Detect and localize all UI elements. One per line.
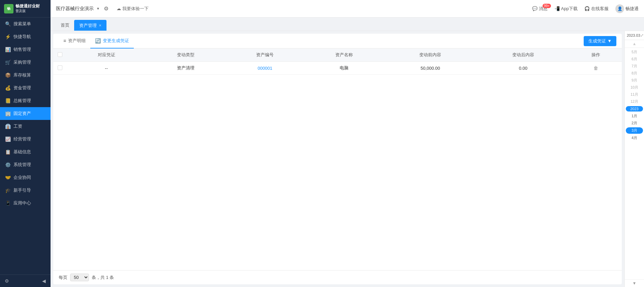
select-all-checkbox[interactable] — [58, 52, 62, 57]
tl-month-6[interactable]: 6月 — [632, 56, 637, 63]
sidebar-item-ledger[interactable]: 📒 总账管理 — [0, 94, 51, 107]
logo-icon: 畅 — [4, 4, 13, 13]
sidebar-item-basic-info[interactable]: 📋 基础信息 — [0, 146, 51, 158]
row-checkbox-cell — [53, 62, 67, 75]
sidebar-item-label: 基础信息 — [13, 149, 31, 155]
inner-tab-asset-detail[interactable]: ≡ 资产明细 — [59, 34, 90, 49]
customer-service-label: 在线客服 — [591, 6, 609, 12]
cell-action: 🗑 — [570, 62, 622, 75]
info-icon: 📋 — [5, 149, 11, 155]
header-checkbox-cell — [53, 49, 67, 62]
scroll-up-icon: ▲ — [633, 41, 637, 46]
company-name: 医疗器械行业演示 — [56, 6, 94, 12]
experience-btn[interactable]: ☁ 我要体验一下 — [117, 6, 149, 12]
sidebar-item-search[interactable]: 🔍 搜索菜单 — [0, 18, 51, 30]
sidebar-item-label: 库存核算 — [13, 72, 31, 78]
sidebar-item-inventory[interactable]: 📦 库存核算 — [0, 69, 51, 82]
table-row: -- 资产清理 000001 电脑 50,000.00 0.00 🗑 — [53, 62, 622, 75]
tl-month-2[interactable]: 2月 — [632, 120, 637, 127]
inner-tabbar: ≡ 资产明细 🔄 变更生成凭证 生成凭证 ▼ — [53, 34, 622, 49]
tab-asset-label: 资产管理 — [79, 23, 97, 29]
tab-asset-management[interactable]: 资产管理 ✕ — [74, 20, 106, 31]
scroll-up-btn[interactable]: ▲ — [625, 40, 644, 48]
customer-service-btn[interactable]: 🎧 在线客服 — [584, 6, 609, 12]
box-icon: 📦 — [5, 72, 11, 78]
company-dropdown-icon[interactable]: ▼ — [96, 7, 100, 10]
dropdown-arrow-icon: ▼ — [607, 38, 612, 43]
app-download-label: App下载 — [561, 6, 578, 12]
tl-month-3-active[interactable]: 3月 — [626, 127, 643, 134]
sidebar-item-payroll[interactable]: 👔 工资 — [0, 120, 51, 133]
sidebar-item-label: 搜索菜单 — [13, 21, 31, 27]
tl-month-5[interactable]: 5月 — [632, 49, 637, 56]
asset-id-link[interactable]: 000001 — [258, 66, 272, 71]
change-icon: 🔄 — [95, 38, 101, 43]
app-download-icon: 📲 — [554, 6, 560, 11]
sidebar-item-operations[interactable]: 📈 经营管理 — [0, 133, 51, 146]
cell-before: 50,000.00 — [384, 62, 477, 75]
panel-expand-icon[interactable]: ⤢ — [640, 33, 644, 38]
inner-tab-asset-detail-label: 资产明细 — [68, 38, 86, 44]
inner-tab-change-voucher[interactable]: 🔄 变更生成凭证 — [90, 34, 134, 49]
scroll-down-icon: ▼ — [633, 281, 637, 286]
ops-icon: 📈 — [5, 136, 11, 142]
tl-month-10[interactable]: 10月 — [631, 84, 638, 91]
header-voucher: 对应凭证 — [67, 49, 146, 62]
tab-close-icon[interactable]: ✕ — [99, 24, 101, 27]
sidebar: 畅 畅捷通好业财 普及版 🔍 搜索菜单 ⚡ 快捷导航 📊 销售管理 🛒 采购管理… — [0, 0, 51, 287]
sidebar-item-sales[interactable]: 📊 销售管理 — [0, 43, 51, 56]
generate-voucher-button[interactable]: 生成凭证 ▼ — [584, 36, 616, 46]
tl-month-12[interactable]: 12月 — [631, 98, 638, 105]
logo-title: 畅捷通好业财 — [16, 4, 40, 9]
header-asset-no: 资产编号 — [225, 49, 305, 62]
tl-year-2023[interactable]: 2023 — [626, 106, 643, 111]
tl-month-9[interactable]: 9月 — [632, 77, 637, 84]
tl-month-8[interactable]: 8月 — [632, 70, 637, 77]
header-after: 变动后内容 — [477, 49, 570, 62]
app-download-btn[interactable]: 📲 App下载 — [554, 6, 578, 12]
sidebar-item-funds[interactable]: 💰 资金管理 — [0, 82, 51, 94]
sidebar-item-guide[interactable]: 🎓 新手引导 — [0, 184, 51, 197]
tl-month-11[interactable]: 11月 — [631, 91, 638, 98]
sidebar-item-quick-nav[interactable]: ⚡ 快捷导航 — [0, 30, 51, 43]
user-btn[interactable]: 👤 畅捷通 — [615, 4, 639, 13]
cell-asset-no: 000001 — [225, 62, 305, 75]
sidebar-item-label: 工资 — [13, 123, 22, 129]
per-page-select[interactable]: 50 10 20 100 — [70, 274, 89, 281]
sidebar-settings-icon[interactable]: ⚙ — [5, 278, 9, 284]
page-content: ≡ 资产明细 🔄 变更生成凭证 生成凭证 ▼ — [53, 34, 622, 284]
cell-after: 0.00 — [477, 62, 570, 75]
tab-home[interactable]: 首页 — [56, 20, 74, 31]
tl-month-1[interactable]: 1月 — [632, 113, 637, 120]
header-before: 变动前内容 — [384, 49, 477, 62]
settings-icon: ⚙️ — [5, 162, 11, 168]
sidebar-item-label: 系统管理 — [13, 162, 31, 168]
message-btn[interactable]: 💬 消息 99+ — [532, 6, 548, 12]
header-change-type: 变动类型 — [146, 49, 225, 62]
sidebar-item-enterprise[interactable]: 🤝 企业协同 — [0, 171, 51, 184]
topbar-settings-icon[interactable]: ⚙ — [104, 5, 109, 12]
scroll-down-btn[interactable]: ▼ — [625, 279, 644, 287]
sidebar-item-app-center[interactable]: 📱 应用中心 — [0, 197, 51, 210]
sidebar-item-system[interactable]: ⚙️ 系统管理 — [0, 158, 51, 171]
message-badge: 99+ — [543, 4, 551, 8]
row-checkbox[interactable] — [58, 65, 62, 70]
sidebar-item-label: 快捷导航 — [13, 34, 31, 40]
tl-month-7[interactable]: 7月 — [632, 63, 637, 70]
cloud-icon: ☁ — [117, 6, 121, 11]
delete-icon[interactable]: 🗑 — [593, 65, 598, 71]
sidebar-item-fixed-assets[interactable]: 🏢 固定资产 — [0, 107, 51, 120]
header-action: 操作 — [570, 49, 622, 62]
handshake-icon: 🤝 — [5, 174, 11, 181]
sidebar-nav: 🔍 搜索菜单 ⚡ 快捷导航 📊 销售管理 🛒 采购管理 📦 库存核算 💰 资金管… — [0, 18, 51, 275]
topbar: 医疗器械行业演示 ▼ ⚙ ☁ 我要体验一下 💬 消息 99+ 📲 App下载 🎧… — [51, 0, 644, 18]
data-table: 对应凭证 变动类型 资产编号 资产名称 变动前内容 变动后内容 操作 — [53, 49, 622, 75]
sidebar-collapse-icon[interactable]: ◀ — [42, 278, 46, 284]
experience-text: 我要体验一下 — [122, 6, 149, 12]
sidebar-item-label: 销售管理 — [13, 46, 31, 53]
sidebar-item-purchase[interactable]: 🛒 采购管理 — [0, 56, 51, 69]
tl-month-4[interactable]: 4月 — [632, 134, 637, 141]
timeline-scroll: 5月 6月 7月 8月 9月 10月 11月 12月 2023 1月 2月 3月… — [625, 48, 644, 279]
per-page-label: 每页 — [59, 275, 67, 281]
data-table-container: 对应凭证 变动类型 资产编号 资产名称 变动前内容 变动后内容 操作 — [53, 49, 622, 270]
